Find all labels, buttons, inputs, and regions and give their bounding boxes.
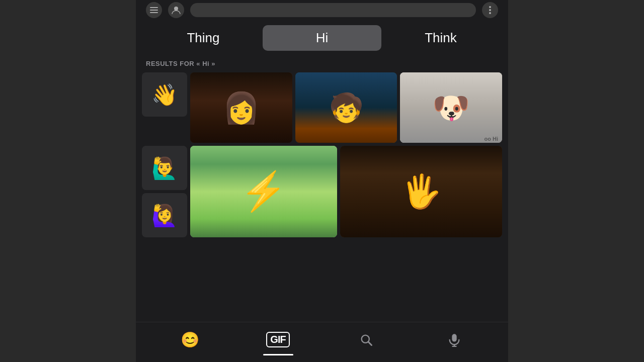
more-icon[interactable] (482, 2, 498, 18)
menu-icon[interactable] (146, 2, 162, 18)
gif-row-2: 🙋‍♂️ 🙋‍♀️ ⚡ 🖐️ (142, 146, 502, 237)
phone-frame: Thing Hi Think RESULTS FOR « Hi » 👋 👩 (136, 0, 508, 362)
bottom-toolbar: 😊 GIF (136, 322, 508, 362)
svg-point-3 (174, 7, 178, 11)
svg-rect-2 (150, 12, 158, 13)
svg-rect-9 (452, 334, 456, 341)
gif-woman-waving[interactable]: 👩 (190, 72, 292, 143)
search-icon (359, 333, 373, 347)
emoji-column-2: 🙋‍♂️ 🙋‍♀️ (142, 146, 187, 237)
svg-rect-0 (150, 7, 158, 8)
tab-think[interactable]: Think (381, 25, 500, 51)
gif-woman-content: 👩 (190, 72, 292, 143)
gif-dog-content: 🐶 oo Hi (400, 72, 502, 143)
emoji-woman-raising-hand[interactable]: 🙋‍♀️ (142, 193, 187, 237)
svg-point-4 (489, 6, 491, 8)
tab-hi[interactable]: Hi (263, 25, 381, 51)
gif-jim-carrey-content: 🖐️ (340, 146, 502, 237)
gif-grid: 👋 👩 🧒 (136, 72, 508, 322)
top-bar (136, 0, 508, 20)
tab-thing[interactable]: Thing (144, 25, 263, 51)
microphone-button[interactable] (442, 327, 467, 352)
pikachu-emoji: ⚡ (240, 169, 287, 214)
jim-carrey-emoji: 🖐️ (401, 172, 442, 211)
gif-label: GIF (270, 334, 285, 345)
gif-label-box: GIF (266, 332, 289, 347)
svg-rect-1 (150, 10, 158, 11)
gif-jim-carrey[interactable]: 🖐️ (340, 146, 502, 237)
search-button[interactable] (354, 327, 379, 352)
gif-simpsons-content: 🧒 (295, 72, 397, 143)
top-bar-left-icons (146, 2, 184, 18)
gif-pikachu-content: ⚡ (190, 146, 337, 237)
search-bar-top[interactable] (190, 3, 476, 17)
emoji-column-1: 👋 (142, 72, 187, 143)
dog-hi-text: oo Hi (485, 136, 499, 142)
svg-line-8 (368, 342, 371, 345)
emoji-wave[interactable]: 👋 (142, 72, 187, 117)
dog-emoji: 🐶 (434, 92, 468, 124)
gif-dog[interactable]: 🐶 oo Hi (400, 72, 502, 143)
emoji-icon: 😊 (181, 331, 199, 348)
gif-active-indicator (263, 354, 293, 355)
svg-point-6 (489, 12, 491, 14)
woman-raising-hand-emoji: 🙋‍♀️ (151, 203, 178, 228)
gif-button[interactable]: GIF (266, 327, 291, 352)
svg-point-5 (489, 9, 491, 11)
gif-pikachu[interactable]: ⚡ (190, 146, 337, 237)
mic-icon (447, 333, 461, 347)
results-label: RESULTS FOR « Hi » (136, 56, 508, 72)
emoji-man-raising-hand[interactable]: 🙋‍♂️ (142, 146, 187, 190)
woman-emoji: 👩 (224, 92, 259, 124)
man-raising-hand-emoji: 🙋‍♂️ (151, 156, 178, 180)
emoji-keyboard-button[interactable]: 😊 (178, 327, 203, 352)
gif-row-1: 👋 👩 🧒 (142, 72, 502, 143)
wave-emoji: 👋 (151, 82, 178, 107)
suggestion-tabs: Thing Hi Think (136, 20, 508, 56)
profile-icon[interactable] (168, 2, 184, 18)
simpsons-emoji: 🧒 (329, 92, 364, 124)
gif-simpsons-kid[interactable]: 🧒 (295, 72, 397, 143)
